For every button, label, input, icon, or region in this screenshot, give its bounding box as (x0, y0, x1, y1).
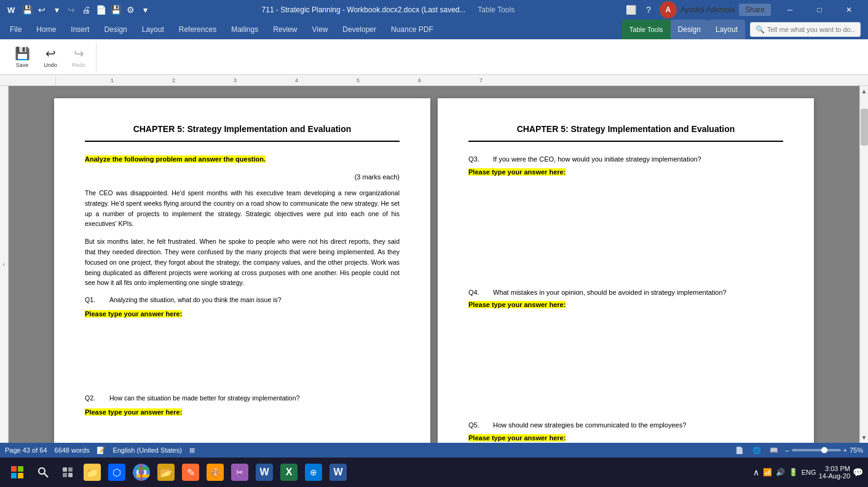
q2-text: How can the situation be made better for… (109, 394, 299, 403)
q3-answer-area[interactable]: Please type your answer here: (468, 167, 783, 278)
q1-answer-placeholder: Please type your answer here: (85, 310, 182, 318)
file-explorer-icon[interactable]: 📁 (81, 461, 103, 483)
minimize-button[interactable]: ─ (776, 0, 804, 20)
tab-mailings[interactable]: Mailings (224, 20, 266, 39)
tab-view[interactable]: View (305, 20, 336, 39)
scroll-up-button[interactable]: ▲ (859, 86, 868, 96)
notepad-icon[interactable]: ✎ (180, 461, 202, 483)
q5-section: Q5. How should new strategies be communi… (468, 420, 783, 443)
start-button[interactable] (5, 460, 30, 485)
language-icon[interactable]: ENG (802, 469, 816, 476)
save2-icon[interactable]: 💾 (109, 4, 122, 16)
redo-ribbon-btn[interactable]: ↪ Redo (66, 44, 91, 71)
redo-icon[interactable]: ↪ (65, 4, 77, 16)
snip-icon[interactable]: ✂ (229, 461, 251, 483)
avatar[interactable]: A (660, 1, 677, 18)
ribbon-content: 💾 Save ↩ Undo ↪ Redo (0, 39, 868, 75)
search-box[interactable]: 🔍 (750, 22, 861, 37)
excel-taskbar-icon[interactable]: X (278, 461, 300, 483)
quick-access-toolbar: 💾 ↩ ▾ ↪ 🖨 📄 💾 ⚙ ▾ (21, 4, 151, 16)
svg-text:1: 1 (111, 77, 114, 84)
tab-references[interactable]: References (172, 20, 224, 39)
downloads-icon[interactable]: 📂 (155, 461, 177, 483)
web-layout-view-btn[interactable]: 🌐 (751, 444, 763, 456)
q2-answer-area[interactable]: Please type your answer here: (85, 407, 400, 432)
battery-icon[interactable]: 🔋 (789, 468, 798, 477)
scroll-down-button[interactable]: ▼ (859, 432, 868, 443)
tab-file[interactable]: File (2, 20, 29, 39)
table-tools-group: Table Tools (622, 20, 671, 39)
close-button[interactable]: ✕ (835, 0, 863, 20)
another-word-icon[interactable]: W (327, 461, 349, 483)
undo-dropdown-icon[interactable]: ▾ (50, 4, 63, 16)
print-layout-view-btn[interactable]: 📄 (733, 444, 746, 456)
q4-answer-area[interactable]: Please type your answer here: (468, 300, 783, 410)
tab-insert[interactable]: Insert (63, 20, 97, 39)
tab-home[interactable]: Home (29, 20, 63, 39)
save-ribbon-btn[interactable]: 💾 Save (10, 44, 34, 71)
ribbon-toggle-icon[interactable]: ⬜ (625, 4, 637, 16)
task-view-button[interactable] (57, 461, 79, 483)
zoom-thumb[interactable] (821, 447, 827, 453)
undo-ribbon-btn[interactable]: ↩ Undo (38, 44, 63, 71)
new-doc-icon[interactable]: 📄 (95, 4, 107, 16)
edge-taskbar-icon[interactable]: ⊕ (302, 461, 325, 483)
q5-answer-area[interactable]: Please type your answer here: (468, 433, 783, 443)
read-view-btn[interactable]: 📖 (768, 444, 780, 456)
word-app-icon[interactable]: W (5, 4, 17, 16)
share-button[interactable]: Share (739, 4, 771, 16)
save-ribbon-label: Save (16, 62, 29, 68)
title-bar-title: 711 - Strategic Planning - Workbook.docx… (151, 6, 625, 14)
search-icon: 🔍 (756, 25, 765, 34)
ribbon-group-undo: 💾 Save ↩ Undo ↪ Redo (5, 42, 97, 72)
q4-line: Q4. What mistakes in your opinion, shoul… (468, 287, 783, 298)
search-input[interactable] (767, 26, 855, 33)
clock[interactable]: 3:03 PM 14-Aug-20 (819, 465, 850, 480)
volume-icon[interactable]: 🔊 (776, 468, 785, 477)
zoom-slider[interactable] (792, 449, 841, 451)
left-margin-toggle[interactable]: ‹ (0, 86, 9, 443)
scrollbar-thumb[interactable] (861, 109, 868, 146)
help-icon[interactable]: ? (642, 4, 655, 16)
title-bar-right: ⬜ ? A Ayodeji Ademola Share ─ □ ✕ (625, 0, 863, 20)
dropbox-icon[interactable]: ⬡ (106, 461, 128, 483)
save-icon[interactable]: 💾 (21, 4, 33, 16)
zoom-in-button[interactable]: + (843, 446, 847, 454)
question2: Q2. How can the situation be made better… (85, 394, 400, 403)
tab-layout[interactable]: Layout (135, 20, 172, 39)
time-display: 3:03 PM (819, 465, 850, 472)
q1-answer-area[interactable]: Please type your answer here: (85, 309, 400, 389)
zoom-out-button[interactable]: – (785, 446, 789, 454)
tab-nuance[interactable]: Nuance PDF (384, 20, 441, 39)
network-icon[interactable]: 📶 (763, 468, 772, 477)
username-label: Ayodeji Ademola (681, 6, 735, 14)
svg-line-16 (44, 473, 48, 477)
instruction-text: Analyze the following problem and answer… (85, 155, 266, 163)
restore-button[interactable]: □ (805, 0, 834, 20)
svg-rect-20 (68, 473, 73, 477)
date-display: 14-Aug-20 (819, 472, 850, 480)
ruler-svg: 1 2 3 4 5 6 7 (55, 75, 813, 85)
tab-design[interactable]: Design (97, 20, 134, 39)
svg-text:3: 3 (234, 77, 237, 84)
taskbar-right: ∧ 📶 🔊 🔋 ENG 3:03 PM 14-Aug-20 💬 (753, 465, 863, 480)
proofing-icon[interactable]: 📝 (97, 446, 105, 454)
browser-icon[interactable] (130, 461, 152, 483)
undo-icon[interactable]: ↩ (36, 4, 48, 16)
custom-icon[interactable]: ⚙ (124, 4, 136, 16)
tab-table-design[interactable]: Design (671, 20, 708, 39)
taskbar-search-button[interactable] (32, 461, 54, 483)
notification-icon[interactable]: 💬 (853, 467, 863, 477)
tab-review[interactable]: Review (266, 20, 304, 39)
word-taskbar-icon[interactable]: W (253, 461, 275, 483)
language-label[interactable]: English (United States) (112, 446, 182, 454)
up-arrow-icon[interactable]: ∧ (753, 467, 759, 477)
window-controls: ─ □ ✕ (776, 0, 863, 20)
svg-rect-18 (68, 467, 73, 472)
tab-table-layout[interactable]: Layout (708, 20, 745, 39)
paint-icon[interactable]: 🎨 (204, 461, 226, 483)
svg-text:7: 7 (479, 77, 483, 84)
tab-developer[interactable]: Developer (335, 20, 384, 39)
print-icon[interactable]: 🖨 (80, 4, 92, 16)
overflow-icon[interactable]: ▾ (139, 4, 151, 16)
